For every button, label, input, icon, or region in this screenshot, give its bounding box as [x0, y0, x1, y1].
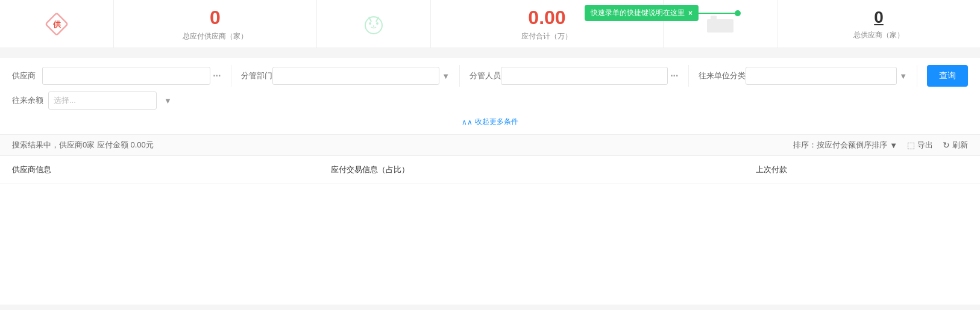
diamond-icon: 供	[41, 8, 72, 40]
person-input-box[interactable]	[501, 67, 668, 85]
unit-category-input[interactable]	[751, 72, 892, 81]
tooltip-line	[699, 13, 735, 14]
table-body	[0, 184, 980, 305]
svg-text:供: 供	[52, 20, 61, 29]
tooltip-close[interactable]: ×	[688, 9, 693, 17]
table-header: 供应商信息 应付交易信息（占比） 上次付款	[0, 156, 980, 184]
results-actions: 排序：按应付会额倒序排序 ▼ ⬚ 导出 ↻ 刷新	[793, 140, 968, 150]
department-input-box[interactable]	[272, 67, 440, 85]
filter-row-2: 往来余额 选择... ▼	[12, 91, 968, 110]
refresh-label: 刷新	[952, 140, 968, 150]
collapse-button[interactable]: ∧∧ 收起更多条件	[462, 117, 518, 127]
payable-suppliers-value: 0	[210, 6, 221, 29]
balance-placeholder: 选择...	[54, 95, 76, 106]
person-input[interactable]	[506, 72, 662, 81]
stat-item-cat-icon	[317, 0, 431, 48]
department-label: 分管部门	[241, 70, 272, 81]
department-input[interactable]	[278, 72, 435, 81]
collapse-row: ∧∧ 收起更多条件	[12, 112, 968, 129]
stat-item-payable-suppliers: 0 总应付供应商（家）	[114, 0, 317, 48]
filter-department: 分管部门 ▼	[231, 65, 460, 87]
stat-item-placeholder-icon: 快速录单的快捷键说明在这里 ×	[664, 0, 777, 48]
filter-row-1: 供应商 ··· 分管部门 ▼ 分管人员 ··· 往来单位分类 ▼	[12, 65, 968, 87]
filter-person: 分管人员 ···	[460, 65, 689, 87]
tooltip-text: 快速录单的快捷键说明在这里	[591, 8, 685, 18]
results-summary: 搜索结果中，供应商0家 应付金额 0.00元	[12, 140, 154, 150]
tooltip-dot	[735, 10, 741, 16]
supplier-dots[interactable]: ···	[213, 70, 221, 81]
export-label: 导出	[917, 140, 933, 150]
cat-icon	[358, 8, 389, 40]
supplier-input-box[interactable]	[42, 67, 210, 85]
stats-bar: 供 0 总应付供应商（家） 0.00 应付合计（万） 快速录单的快捷键说明	[0, 0, 980, 48]
balance-label: 往来余额	[12, 95, 43, 106]
collapse-label: 收起更多条件	[475, 117, 518, 127]
collapse-up-icon: ∧∧	[462, 118, 473, 126]
person-dots[interactable]: ···	[670, 70, 678, 81]
query-button[interactable]: 查询	[927, 65, 968, 87]
payable-total-value: 0.00	[528, 6, 565, 29]
payable-suppliers-label: 总应付供应商（家）	[183, 31, 248, 42]
results-bar: 搜索结果中，供应商0家 应付金额 0.00元 排序：按应付会额倒序排序 ▼ ⬚ …	[0, 135, 980, 156]
filter-supplier: 供应商 ···	[12, 65, 231, 87]
total-suppliers-label: 总供应商（家）	[853, 30, 904, 40]
balance-arrow[interactable]: ▼	[164, 96, 172, 105]
department-arrow[interactable]: ▼	[442, 72, 450, 81]
svg-point-4	[376, 22, 378, 25]
sort-select[interactable]: 排序：按应付会额倒序排序 ▼	[793, 140, 897, 150]
tooltip-container: 快速录单的快捷键说明在这里 ×	[585, 5, 741, 21]
supplier-label: 供应商	[12, 70, 42, 81]
total-suppliers-value: 0	[874, 7, 884, 28]
filter-section: 供应商 ··· 分管部门 ▼ 分管人员 ··· 往来单位分类 ▼	[0, 58, 980, 135]
export-button[interactable]: ⬚ 导出	[907, 140, 933, 150]
filter-unit-category: 往来单位分类 ▼	[689, 65, 918, 87]
refresh-icon: ↻	[943, 140, 950, 150]
svg-point-3	[369, 22, 371, 25]
unit-category-label: 往来单位分类	[699, 70, 746, 81]
query-btn-wrapper: 查询	[917, 65, 968, 87]
unit-category-arrow[interactable]: ▼	[899, 72, 907, 81]
sort-label: 排序：按应付会额倒序排序	[793, 140, 887, 150]
stat-item-total-suppliers: 0 总供应商（家）	[777, 0, 980, 48]
table-col-transaction-info: 应付交易信息（占比）	[331, 164, 756, 175]
unit-category-input-box[interactable]	[746, 67, 897, 85]
table-container: 供应商信息 应付交易信息（占比） 上次付款	[0, 156, 980, 305]
export-icon: ⬚	[907, 140, 915, 150]
stat-item-logo: 供	[0, 0, 114, 48]
table-col-supplier-info: 供应商信息	[12, 164, 331, 175]
tooltip-bubble: 快速录单的快捷键说明在这里 ×	[585, 5, 699, 21]
person-label: 分管人员	[470, 70, 501, 81]
supplier-input[interactable]	[48, 72, 205, 81]
table-col-last-payment: 上次付款	[756, 164, 968, 175]
balance-select-box[interactable]: 选择...	[48, 91, 157, 110]
balance-filter: 往来余额 选择... ▼	[12, 91, 172, 110]
refresh-button[interactable]: ↻ 刷新	[943, 140, 968, 150]
sort-arrow: ▼	[890, 141, 897, 150]
payable-total-label: 应付合计（万）	[521, 31, 572, 42]
